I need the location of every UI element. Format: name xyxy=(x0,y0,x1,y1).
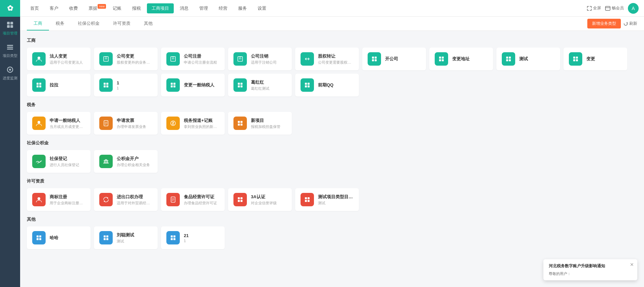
card-c4[interactable]: 公司注销适用于注销公司 xyxy=(228,48,292,70)
sidebar-item-progress[interactable]: 进度监测 xyxy=(0,62,20,84)
sidebar-item-project-management[interactable]: 项目管理 xyxy=(0,17,20,39)
nav-industry[interactable]: 工商项目 xyxy=(147,3,174,13)
svg-rect-28 xyxy=(442,57,444,59)
svg-rect-1 xyxy=(10,22,13,24)
svg-rect-66 xyxy=(104,161,105,163)
svg-rect-82 xyxy=(37,238,39,240)
svg-point-10 xyxy=(38,57,40,59)
nav-bookkeeping[interactable]: 记账 xyxy=(108,3,126,13)
svg-rect-42 xyxy=(39,85,41,87)
card-info-s2: 公积金开户办理公积金相关业务 xyxy=(117,156,152,167)
card-desc-x2: 适用于对外贸易经营者 xyxy=(117,201,152,206)
card-info-c8: 测试 xyxy=(519,56,555,62)
tab-other[interactable]: 其他 xyxy=(137,17,159,30)
scroll-content[interactable]: 工商法人变更适用于公司变更法人公司变更股权变更外的业务变更公司注册申请公司注册全… xyxy=(20,31,644,287)
card-desc-t3: 拿到营业执照的新公司 xyxy=(184,124,219,129)
svg-rect-30 xyxy=(442,59,444,61)
nav-ticket[interactable]: 票据 new xyxy=(84,3,107,13)
card-desc-q2: 测试 xyxy=(117,239,152,244)
cards-grid-gongshang: 法人变更适用于公司变更法人公司变更股权变更外的业务变更公司注册申请公司注册全流程… xyxy=(27,48,637,96)
card-c10[interactable]: 拉拉 xyxy=(27,74,91,96)
card-icon-c3 xyxy=(166,52,180,66)
card-x5[interactable]: 测试项目类型目定义测试 xyxy=(295,188,359,211)
member-btn[interactable]: 畅会员 xyxy=(605,5,624,11)
tab-permit[interactable]: 许可资质 xyxy=(106,17,137,30)
tab-tax[interactable]: 税务 xyxy=(49,17,71,30)
svg-rect-63 xyxy=(240,121,243,123)
cards-grid-shebao: 社保登记进行人员社保登记公积金开户办理公积金相关业务 xyxy=(27,150,637,173)
card-info-x3: 食品经营许可证办理食品经营许可证 xyxy=(184,194,219,206)
notification-close-btn[interactable]: ✕ xyxy=(630,262,634,267)
card-c8[interactable]: 测试 xyxy=(496,48,560,70)
card-c3[interactable]: 公司注册申请公司注册全流程 xyxy=(161,48,225,70)
nav-settings[interactable]: 设置 xyxy=(253,3,271,13)
svg-rect-32 xyxy=(509,57,511,59)
card-c7[interactable]: 变更地址 xyxy=(429,48,493,70)
card-x1[interactable]: 商标注册用于企业商标注册服务 xyxy=(27,188,91,211)
card-desc-x3: 办理食品经营许可证 xyxy=(184,201,219,206)
card-info-x2: 进出口权办理适用于对外贸易经营者 xyxy=(117,194,152,206)
svg-point-59 xyxy=(38,121,40,124)
tab-social[interactable]: 社保公积金 xyxy=(71,17,106,30)
nav-home[interactable]: 首页 xyxy=(25,3,44,13)
card-desc-s2: 办理公积金相关业务 xyxy=(117,162,152,167)
card-x2[interactable]: 进出口权办理适用于对外贸易经营者 xyxy=(94,188,158,211)
avatar[interactable]: A xyxy=(628,3,639,14)
card-info-c14: 前期QQ xyxy=(318,82,354,88)
card-c5[interactable]: 股权转让公司变更需要股权转让 xyxy=(295,48,359,70)
card-x3[interactable]: 食品经营许可证办理食品经营许可证 xyxy=(161,188,225,211)
svg-rect-45 xyxy=(104,85,106,87)
card-c13[interactable]: 葛红红葛红红测试 xyxy=(228,74,292,96)
nav-message[interactable]: 消息 xyxy=(175,3,193,13)
card-q3[interactable]: 211 xyxy=(161,226,225,249)
card-title-x4: 3A认证 xyxy=(251,194,286,200)
card-t4[interactable]: 新项目报税加税控盘保管 xyxy=(228,112,292,135)
card-t2[interactable]: 申请发票办理申请发票业务 xyxy=(94,112,158,135)
card-c2[interactable]: 公司变更股权变更外的业务变更 xyxy=(94,48,158,70)
card-s1[interactable]: 社保登记进行人员社保登记 xyxy=(27,150,91,173)
svg-rect-89 xyxy=(173,235,175,237)
card-q2[interactable]: 刘聪测试测试 xyxy=(94,226,158,249)
section-title-shuiwu: 税务 xyxy=(27,102,637,108)
svg-rect-47 xyxy=(171,83,173,85)
card-c11[interactable]: 11 xyxy=(94,74,158,96)
card-q1[interactable]: 哈哈 xyxy=(27,226,91,249)
tabs: 工商 税务 社保公积金 许可资质 其他 xyxy=(27,17,159,30)
svg-rect-2 xyxy=(7,25,10,28)
svg-rect-69 xyxy=(103,163,109,163)
card-c9[interactable]: 变更 xyxy=(564,48,627,70)
add-type-button[interactable]: 新增业务类型 xyxy=(587,19,621,28)
card-x4[interactable]: 3A认证对企业信誉评级 xyxy=(228,188,292,211)
card-s2[interactable]: 公积金开户办理公积金相关业务 xyxy=(94,150,158,173)
card-icon-s2 xyxy=(99,155,113,168)
cards-grid-xuke: 商标注册用于企业商标注册服务进出口权办理适用于对外贸易经营者食品经营许可证办理食… xyxy=(27,188,637,211)
card-t1[interactable]: 申请一般纳税人当月或次月成变更完成 xyxy=(27,112,91,135)
tab-industry[interactable]: 工商 xyxy=(27,17,49,30)
card-c6[interactable]: 开公司 xyxy=(362,48,426,70)
svg-rect-62 xyxy=(238,121,240,123)
card-desc-c1: 适用于公司变更法人 xyxy=(50,60,85,65)
nav-operation[interactable]: 经营 xyxy=(214,3,232,13)
nav-manage[interactable]: 管理 xyxy=(195,3,213,13)
svg-rect-4 xyxy=(7,45,13,46)
refresh-button[interactable]: 刷新 xyxy=(624,21,637,26)
card-desc-t4: 报税加税控盘保管 xyxy=(251,124,286,129)
sidebar-item-project-type[interactable]: 项目类型 xyxy=(0,39,20,62)
nav-fee[interactable]: 收费 xyxy=(64,3,83,13)
nav-customer[interactable]: 客户 xyxy=(45,3,63,13)
nav-service[interactable]: 服务 xyxy=(233,3,252,13)
nav-tax[interactable]: 报税 xyxy=(127,3,146,13)
svg-rect-64 xyxy=(238,124,240,126)
card-info-c11: 11 xyxy=(117,80,152,90)
svg-rect-13 xyxy=(106,58,107,59)
card-t3[interactable]: 税务报道+记账拿到营业执照的新公司 xyxy=(161,112,225,135)
sidebar-logo: ✿ xyxy=(0,0,20,17)
card-icon-c7 xyxy=(435,52,448,66)
card-c1[interactable]: 法人变更适用于公司变更法人 xyxy=(27,48,91,70)
svg-rect-31 xyxy=(506,57,508,59)
fullscreen-btn[interactable]: 全屏 xyxy=(587,5,601,11)
card-c14[interactable]: 前期QQ xyxy=(295,74,359,96)
card-info-t3: 税务报道+记账拿到营业执照的新公司 xyxy=(184,118,219,129)
card-c12[interactable]: 变更一般纳税人 xyxy=(161,74,225,96)
card-desc-s1: 进行人员社保登记 xyxy=(50,162,85,167)
